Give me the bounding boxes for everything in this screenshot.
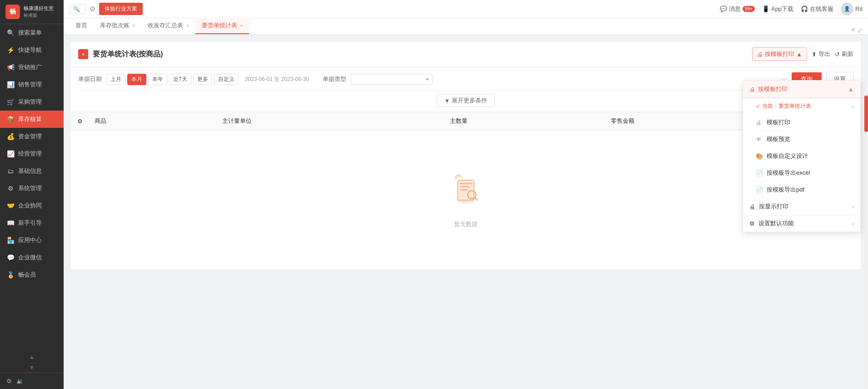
trial-button[interactable]: 体验行业方案 xyxy=(99,3,143,15)
sidebar-item-system[interactable]: ⚙ 系统管理 xyxy=(0,180,64,197)
app-download-btn[interactable]: 📱 App下载 xyxy=(762,5,793,13)
preview-icon: 👁 xyxy=(756,136,763,143)
message-icon: 💬 xyxy=(720,5,727,12)
check-icon: ✓ xyxy=(756,103,760,110)
scrollbar-thumb[interactable] xyxy=(864,96,868,132)
tab-inventory-batch[interactable]: 库存批次账 × xyxy=(94,18,141,34)
search-icon: 🔍 xyxy=(6,29,15,36)
main-area: 🔍 ⚙ 体验行业方案 💬 消息 99+ 📱 App下载 🎧 在线客服 xyxy=(64,0,868,389)
default-fn-icon: ⚙ xyxy=(749,220,755,227)
dropdown-group-display-print[interactable]: 🖨 按显示打印 › xyxy=(743,198,860,215)
expand-icon: ▼ xyxy=(444,97,450,104)
online-service-btn[interactable]: 🎧 在线客服 xyxy=(801,5,833,13)
messages-btn[interactable]: 💬 消息 99+ xyxy=(720,5,755,13)
svg-rect-3 xyxy=(459,186,469,187)
sidebar-bottom: ⚙ 🔉 xyxy=(0,373,64,389)
sidebar-item-appstore[interactable]: 🏪 应用中心 xyxy=(0,232,64,249)
content-area: » 要货单统计表(按商品) 🖨 按模板打印 ▲ ⬆ 导出 ↺ 刷新 xyxy=(64,35,868,389)
chevron-right-group: › xyxy=(852,203,854,210)
settings-icon[interactable]: ⚙ xyxy=(6,378,12,384)
logo-sub: 标准版 xyxy=(24,12,54,19)
scrollbar-track xyxy=(864,91,868,389)
svg-line-6 xyxy=(474,197,477,200)
window-expand-btn[interactable]: ⤢ xyxy=(857,27,863,34)
printer-icon-dropdown: 🖨 xyxy=(749,86,755,93)
sound-icon[interactable]: 🔉 xyxy=(16,378,24,384)
tab-close-demand-summary[interactable]: × xyxy=(240,23,243,28)
sidebar-scroll-down[interactable]: ▼ xyxy=(0,362,64,373)
dropdown-close-btn[interactable]: ▲ xyxy=(848,86,854,93)
dropdown-title: 按模板打印 xyxy=(758,85,788,93)
col-unit: 主计量单位 xyxy=(217,112,444,130)
dropdown-item-template-custom[interactable]: 🎨 模板自定义设计 xyxy=(743,148,860,165)
dropdown-item-template-excel[interactable]: 📄 按模板导出excel xyxy=(743,165,860,182)
sidebar-item-inventory[interactable]: 📦 库存核算 xyxy=(0,111,64,128)
user-avatar[interactable]: 👤 Rit xyxy=(841,3,863,15)
avatar-icon: 👤 xyxy=(844,6,850,12)
chevron-right-default: › xyxy=(852,220,854,227)
page-header: » 要货单统计表(按商品) 🖨 按模板打印 ▲ ⬆ 导出 ↺ 刷新 xyxy=(71,42,861,66)
empty-state: 暂无数据 xyxy=(76,135,855,265)
sidebar-item-business[interactable]: 📈 经营管理 xyxy=(0,145,64,162)
col-product: 商品 xyxy=(89,112,217,130)
sidebar-item-sales[interactable]: 📊 销售管理 xyxy=(0,76,64,93)
tab-home[interactable]: 首页 xyxy=(69,18,94,34)
topbar-search-icon: 🔍 xyxy=(73,6,80,12)
sidebar-item-weixin[interactable]: 💬 企业微信 xyxy=(0,249,64,266)
date-label: 单据日期 xyxy=(78,75,102,83)
excel-icon: 📄 xyxy=(756,170,763,177)
filter-row-date: 单据日期 上月 本月 本年 近7天 更多 自定义 2023-06-01 至 20… xyxy=(78,72,853,86)
date-btn-current-year[interactable]: 本年 xyxy=(148,74,167,85)
window-close-btn[interactable]: × xyxy=(851,26,855,34)
tab-close-receipt-summary[interactable]: × xyxy=(186,23,189,28)
tab-demand-summary[interactable]: 要货单统计表 × xyxy=(195,18,249,34)
design-icon: 🎨 xyxy=(756,153,763,160)
dropdown-header: 🖨 按模板打印 ▲ xyxy=(743,81,860,98)
type-select[interactable]: 要货单 xyxy=(351,74,433,85)
tab-close-inventory-batch[interactable]: × xyxy=(132,23,135,28)
sidebar-search[interactable]: 🔍 搜索菜单 xyxy=(0,24,64,41)
print-small-icon: 🖨 xyxy=(756,119,763,126)
sidebar-item-purchase[interactable]: 🛒 采购管理 xyxy=(0,93,64,111)
dropdown-item-template-pdf[interactable]: 📄 按模板导出pdf xyxy=(743,182,860,198)
sidebar-scroll-up[interactable]: ▲ xyxy=(0,352,64,362)
col-settings[interactable]: ⚙ xyxy=(71,112,89,130)
tabs-bar: 首页 库存批次账 × 收发存汇总表 × 要货单统计表 × × ⤢ xyxy=(64,18,868,35)
export-button[interactable]: ⬆ 导出 xyxy=(812,50,830,58)
dropdown-item-template-print[interactable]: 🖨 模板打印 xyxy=(743,114,860,131)
expand-conditions-btn[interactable]: ▼ 展开更多条件 xyxy=(437,94,495,107)
refresh-button[interactable]: ↺ 刷新 xyxy=(835,50,853,58)
sidebar-nav: ⚡ 快捷导航 📢 营销推广 📊 销售管理 🛒 采购管理 📦 库存核算 💰 资金管… xyxy=(0,41,64,352)
sidebar-item-quick-nav[interactable]: ⚡ 快捷导航 xyxy=(0,41,64,59)
tab-receipt-summary[interactable]: 收发存汇总表 × xyxy=(141,18,195,34)
date-btn-prev-month[interactable]: 上月 xyxy=(106,74,125,85)
dropdown-item-template-preview[interactable]: 👁 模板预览 xyxy=(743,131,860,148)
logo-icon: 畅 xyxy=(5,5,20,19)
empty-text: 暂无数据 xyxy=(76,220,855,228)
svg-rect-2 xyxy=(459,183,472,184)
topbar-left: 🔍 ⚙ 体验行业方案 xyxy=(69,3,143,15)
print-button[interactable]: 🖨 按模板打印 ▲ xyxy=(752,47,807,61)
date-btn-custom[interactable]: 自定义 xyxy=(214,74,239,85)
date-btn-last7days[interactable]: 近7天 xyxy=(169,74,191,85)
topbar-search[interactable]: 🔍 xyxy=(69,4,86,14)
phone-icon: 📱 xyxy=(762,5,769,12)
sidebar-item-finance[interactable]: 💰 资金管理 xyxy=(0,128,64,145)
sidebar-item-collab[interactable]: 🤝 企业协同 xyxy=(0,197,64,214)
chevron-up-icon: ▲ xyxy=(796,51,802,58)
topbar-right: 💬 消息 99+ 📱 App下载 🎧 在线客服 👤 Rit xyxy=(720,3,863,15)
sidebar: 畅 畅康通好生意 标准版 🔍 搜索菜单 ⚡ 快捷导航 📢 营销推广 📊 销售管理… xyxy=(0,0,64,389)
page-actions: 🖨 按模板打印 ▲ ⬆ 导出 ↺ 刷新 xyxy=(752,47,853,61)
gear-icon-topbar[interactable]: ⚙ xyxy=(90,5,95,13)
col-quantity: 主数量 xyxy=(444,112,605,130)
sidebar-item-member[interactable]: 🏅 畅会员 xyxy=(0,266,64,283)
date-btn-more[interactable]: 更多 xyxy=(193,74,212,85)
sidebar-item-guide[interactable]: 📖 新手引导 xyxy=(0,214,64,232)
date-btn-current-month[interactable]: 本月 xyxy=(127,74,146,85)
collapse-btn[interactable]: » xyxy=(78,49,88,59)
dropdown-group-default-fn[interactable]: ⚙ 设置默认功能 › xyxy=(743,215,860,232)
topbar: 🔍 ⚙ 体验行业方案 💬 消息 99+ 📱 App下载 🎧 在线客服 xyxy=(64,0,868,18)
sidebar-item-marketing[interactable]: 📢 营销推广 xyxy=(0,59,64,76)
sidebar-item-basic[interactable]: 🗂 基础信息 xyxy=(0,162,64,180)
headset-icon: 🎧 xyxy=(801,5,808,12)
